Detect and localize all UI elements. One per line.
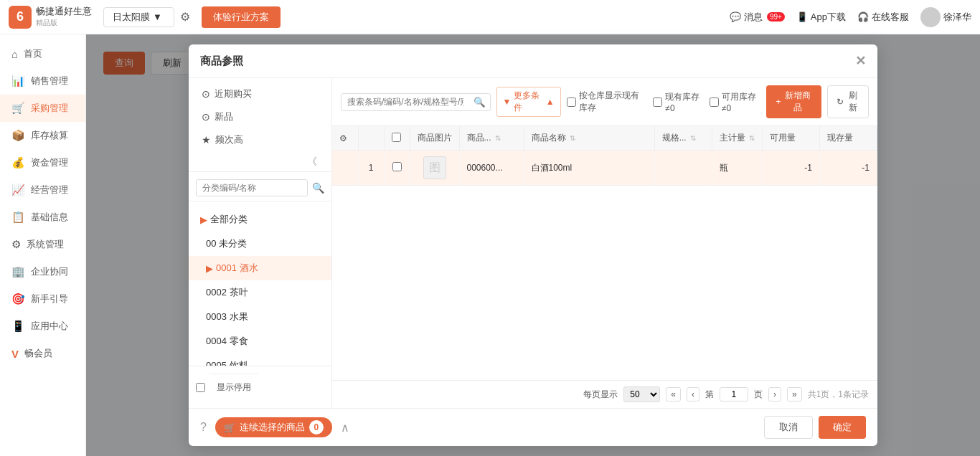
app-download-btn[interactable]: 📱 App下载	[796, 11, 846, 24]
app-icon: 📱	[796, 11, 808, 22]
product-search-input[interactable]	[341, 94, 469, 110]
warehouse-stock-filter[interactable]: 按仓库显示现有库存	[567, 90, 648, 114]
pill-recent[interactable]: ⊙ 近期购买	[196, 84, 324, 104]
pill-new[interactable]: ⊙ 新品	[196, 107, 324, 127]
cat-item-0004[interactable]: 0004 零食	[189, 329, 331, 353]
confirm-btn[interactable]: 确定	[819, 416, 866, 439]
per-page-select[interactable]: 10 20 50 100	[623, 386, 660, 402]
row-avail: -1	[763, 151, 820, 186]
cat-item-00[interactable]: 00 未分类	[189, 232, 331, 256]
refresh-table-btn[interactable]: ↻ 刷新	[827, 85, 869, 118]
cat-item-0002[interactable]: 0002 茶叶	[189, 280, 331, 305]
cart-btn[interactable]: 🛒 连续选择的商品 0	[215, 417, 332, 437]
row-num: 1	[358, 151, 384, 186]
warehouse-checkbox[interactable]	[567, 98, 576, 107]
purchase-icon: 🛒	[11, 102, 25, 115]
newbie-icon: 🎯	[11, 293, 25, 305]
cat-item-all[interactable]: ▶ 全部分类	[189, 207, 331, 232]
branch-label: 日太阳膜	[113, 11, 150, 24]
sort-code-icon[interactable]: ⇅	[495, 134, 501, 142]
product-image: 图	[423, 156, 446, 179]
sidebar-label-finance: 资金管理	[31, 156, 68, 169]
last-page-btn[interactable]: »	[787, 387, 802, 402]
sidebar-item-stock[interactable]: 📦 库存核算	[0, 122, 85, 149]
cart-icon: 🛒	[224, 422, 235, 433]
user-menu[interactable]: 徐泽华	[920, 7, 971, 27]
sort-name-icon[interactable]: ⇅	[570, 134, 575, 142]
logo[interactable]: 6 畅捷通好生意 精品版	[9, 6, 92, 29]
messages-btn[interactable]: 💬 消息 99+	[730, 11, 785, 24]
cat-label-0004: 0004 零食	[206, 335, 248, 348]
col-stock-label: 现存量	[827, 133, 853, 143]
messages-label: 消息	[744, 11, 763, 24]
next-page-btn[interactable]: ›	[768, 387, 781, 402]
branch-dropdown[interactable]: 日太阳膜 ▼	[103, 7, 174, 27]
cancel-btn[interactable]: 取消	[764, 416, 813, 439]
stock-ne0-checkbox[interactable]	[653, 98, 662, 107]
col-settings[interactable]: ⚙	[332, 126, 358, 151]
industry-btn[interactable]: 体验行业方案	[202, 6, 281, 28]
cat-item-0001[interactable]: ▶ 0001 酒水	[189, 256, 331, 280]
modal-body: ⊙ 近期购买 ⊙ 新品 ★ 频次高	[189, 78, 877, 408]
show-disabled-label[interactable]: 显示停用	[209, 374, 258, 401]
table-row[interactable]: 1 图 000600... 白酒100ml	[332, 151, 877, 186]
sidebar-item-finance[interactable]: 💰 资金管理	[0, 149, 85, 176]
modal-close-btn[interactable]: ✕	[855, 53, 866, 69]
sort-unit-icon[interactable]: ⇅	[749, 134, 755, 142]
add-product-btn[interactable]: + 新增商品	[766, 85, 822, 118]
avail-ne0-checkbox[interactable]	[710, 98, 719, 107]
home-icon: ⌂	[11, 48, 18, 60]
col-avail-header: 可用量	[763, 126, 820, 151]
more-filter-btn[interactable]: ▼ 更多条件 ▲	[496, 87, 561, 117]
sales-icon: 📊	[11, 75, 25, 87]
sidebar-item-system[interactable]: ⚙ 系统管理	[0, 231, 85, 258]
sidebar-item-purchase[interactable]: 🛒 采购管理	[0, 95, 85, 122]
avail-ne0-filter[interactable]: 可用库存≠0	[710, 91, 760, 113]
sidebar-item-appcenter[interactable]: 📱 应用中心	[0, 313, 85, 340]
cat-search-icon[interactable]: 🔍	[312, 182, 324, 194]
sidebar-label-corp: 企业协同	[31, 265, 68, 278]
page-label: 第	[705, 389, 714, 401]
first-page-btn[interactable]: «	[666, 387, 681, 402]
main-layout: ⌂ 首页 📊 销售管理 🛒 采购管理 📦 库存核算 💰 资金管理 📈 经营管理 …	[0, 34, 980, 456]
right-panel: 🔍 ▼ 更多条件 ▲ 按仓库显示现有库存	[332, 78, 877, 408]
add-product-label: 新增商品	[784, 90, 812, 114]
message-icon: 💬	[730, 11, 741, 22]
product-table-container: ⚙ 商品图片 商品... ⇅	[332, 126, 877, 380]
sidebar-item-sales[interactable]: 📊 销售管理	[0, 67, 85, 95]
modal-title: 商品参照	[200, 54, 243, 68]
sidebar-item-business[interactable]: 📈 经营管理	[0, 176, 85, 204]
sort-spec-icon[interactable]: ⇅	[690, 134, 696, 142]
product-reference-modal: 商品参照 ✕ ⊙ 近期购买 ⊙	[189, 44, 877, 446]
user-name: 徐泽华	[943, 11, 971, 24]
modal-footer: ? 🛒 连续选择的商品 0 ∧ 取消 确定	[189, 408, 877, 446]
sidebar-label-system: 系统管理	[27, 238, 64, 251]
product-search-btn[interactable]: 🔍	[469, 94, 490, 110]
help-icon[interactable]: ?	[200, 421, 207, 434]
prev-page-btn[interactable]: ‹	[687, 387, 699, 402]
stock-ne0-filter[interactable]: 现有库存≠0	[653, 91, 704, 113]
cat-item-0003[interactable]: 0003 水果	[189, 305, 331, 329]
col-spec-label: 规格...	[662, 133, 687, 143]
row-check	[384, 151, 410, 186]
logo-sub: 精品版	[36, 18, 92, 28]
show-disabled-checkbox[interactable]	[196, 383, 205, 392]
sidebar-item-corp[interactable]: 🏢 企业协同	[0, 258, 85, 285]
cat-search-input[interactable]	[196, 179, 308, 196]
page-input[interactable]	[720, 387, 748, 402]
sidebar-item-home[interactable]: ⌂ 首页	[0, 40, 85, 67]
sidebar-item-newbie[interactable]: 🎯 新手引导	[0, 285, 85, 313]
collapse-panel-btn[interactable]: 《	[300, 153, 324, 171]
pill-frequent[interactable]: ★ 频次高	[196, 130, 324, 150]
table-body: 1 图 000600... 白酒100ml	[332, 151, 877, 186]
online-service-btn[interactable]: 🎧 在线客服	[857, 11, 909, 24]
gear-icon[interactable]: ⚙	[180, 10, 190, 24]
sidebar-item-basic[interactable]: 📋 基础信息	[0, 204, 85, 231]
sidebar-item-member[interactable]: V 畅会员	[0, 340, 85, 367]
cat-item-0005[interactable]: 0005 饮料	[189, 353, 331, 366]
refresh-icon: ↻	[837, 97, 844, 107]
select-all-checkbox[interactable]	[392, 133, 401, 142]
quick-pills: ⊙ 近期购买 ⊙ 新品 ★ 频次高	[189, 78, 331, 172]
expand-icon[interactable]: ∧	[341, 421, 349, 434]
row-checkbox[interactable]	[392, 162, 402, 171]
